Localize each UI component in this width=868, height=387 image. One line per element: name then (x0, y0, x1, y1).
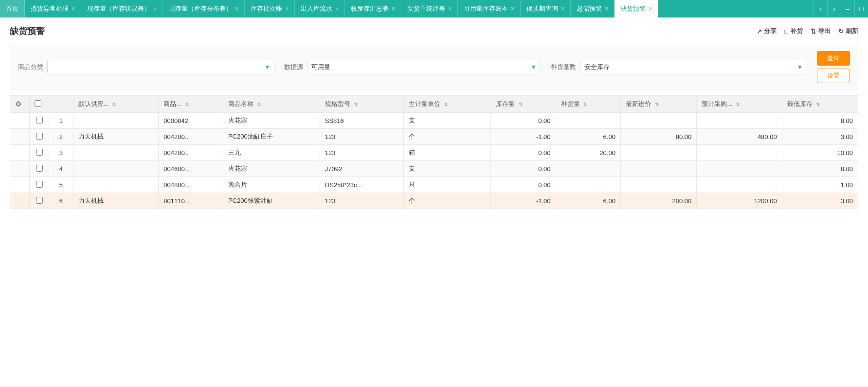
tab-minimize-btn[interactable]: ‒ (841, 0, 854, 18)
td-product-name-3: 火花塞 (223, 161, 320, 177)
td-supplier-2 (73, 145, 158, 161)
export-button[interactable]: ⇅ 导出 (811, 27, 831, 35)
tab-close-overstock[interactable]: × (605, 5, 608, 12)
table-row: 5 004800... 离合片 DS250*23c... 只 0.00 1.00 (10, 177, 858, 193)
gear-icon[interactable]: ⚙ (15, 100, 21, 108)
tab-expiry[interactable]: 保质期查询 × (521, 0, 571, 18)
tab-available[interactable]: 可用量库存账本 × (458, 0, 521, 18)
page-title: 缺货预警 (10, 25, 45, 37)
td-gear-0 (10, 113, 30, 129)
filter-row: 商品分类 ▼ 数据源 可用量 ▼ 补货基数 安全库存 ▼ 查询 设置 (10, 45, 858, 89)
th-min-stock[interactable]: 最低库存 ⇅ (782, 96, 858, 113)
td-latest-price-3 (620, 161, 696, 177)
tab-close-available[interactable]: × (511, 5, 514, 12)
refresh-button[interactable]: ↻ 刷新 (838, 27, 858, 35)
tab-stock-status[interactable]: 现存量（库存状况表） × (81, 0, 163, 18)
tab-prev-btn[interactable]: ‹ (814, 0, 827, 18)
tab-order-stat[interactable]: 要货单统计表 × (401, 0, 458, 18)
share-button[interactable]: ↗ 分享 (757, 27, 777, 35)
td-product-name-0: 火花塞 (223, 113, 320, 129)
replenish-base-select[interactable]: 安全库存 ▼ (580, 60, 807, 74)
td-latest-price-0 (620, 113, 696, 129)
td-unit-5: 个 (403, 193, 490, 209)
td-product-name-1: PC200油缸庄子 (223, 129, 320, 145)
select-all-checkbox[interactable] (35, 100, 41, 107)
td-spec-1: 123 (320, 129, 403, 145)
th-product-name[interactable]: 商品名称 ⇅ (223, 96, 320, 113)
category-select[interactable]: ▼ (47, 60, 274, 74)
row-checkbox-2[interactable] (36, 149, 43, 156)
td-product-name-4: 离合片 (223, 177, 320, 193)
table-row: 4 004600... 火花塞 J7092 支 0.00 8.00 (10, 161, 858, 177)
th-spec[interactable]: 规格型号 ⇅ (320, 96, 403, 113)
tab-recv-total[interactable]: 收发存汇总表 × (345, 0, 401, 18)
td-min-stock-1: 3.00 (782, 129, 858, 145)
td-spec-2: 123 (320, 145, 403, 161)
th-est-purchase[interactable]: 预计采购... ⇅ (697, 96, 782, 113)
th-latest-price[interactable]: 最新进价 ⇅ (620, 96, 696, 113)
table-row: 1 0000042 火花塞 SS816 支 0.00 8.00 (10, 113, 858, 129)
settings-button[interactable]: 设置 (817, 69, 850, 83)
datasource-select-value: 可用量 (311, 63, 330, 71)
td-replenish-3 (556, 161, 620, 177)
td-latest-price-4 (620, 177, 696, 193)
sort-stock-icon: ⇅ (519, 102, 523, 107)
th-check (30, 96, 49, 113)
query-button[interactable]: 查询 (817, 51, 850, 66)
td-stock-5: -1.00 (491, 193, 556, 209)
tab-shortage[interactable]: 缺货预警 × (615, 0, 658, 18)
table-row: 3 004200... 三九 123 箱 0.00 20.00 10.00 (10, 145, 858, 161)
row-checkbox-0[interactable] (36, 117, 43, 123)
data-table: ⚙ 默认供应... ⇅ 商品... ⇅ 商品名称 ⇅ (10, 95, 858, 209)
datasource-filter-group: 数据源 可用量 ▼ (284, 60, 541, 74)
datasource-select[interactable]: 可用量 ▼ (307, 60, 541, 74)
td-stock-0: 0.00 (491, 113, 556, 129)
td-num-3: 4 (49, 161, 73, 177)
td-product-code-5: 801110... (159, 193, 223, 209)
tab-next-btn[interactable]: › (827, 0, 841, 18)
row-checkbox-5[interactable] (36, 197, 43, 204)
th-replenish[interactable]: 补货量 ⇅ (556, 96, 620, 113)
tab-close-stock-status[interactable]: × (153, 5, 157, 12)
tab-abnormal[interactable]: 拣货异常处理 × (25, 0, 81, 18)
td-supplier-5: 力天机械 (73, 193, 158, 209)
td-latest-price-1: 80.00 (620, 129, 696, 145)
td-num-1: 2 (49, 129, 73, 145)
td-replenish-5: 6.00 (556, 193, 620, 209)
row-checkbox-1[interactable] (36, 133, 43, 140)
tab-batch-account[interactable]: 库存批次账 × (245, 0, 295, 18)
td-min-stock-2: 10.00 (782, 145, 858, 161)
td-unit-3: 支 (403, 161, 490, 177)
td-latest-price-5: 200.00 (620, 193, 696, 209)
row-checkbox-3[interactable] (36, 165, 43, 172)
th-stock[interactable]: 库存量 ⇅ (491, 96, 556, 113)
td-num-0: 1 (49, 113, 73, 129)
row-checkbox-4[interactable] (36, 181, 43, 188)
tab-inout-flow[interactable]: 出入库流水 × (295, 0, 345, 18)
tab-maximize-btn[interactable]: □ (854, 0, 868, 18)
page-title-row: 缺货预警 ↗ 分享 □ 补货 ⇅ 导出 ↻ 刷新 (10, 25, 858, 37)
td-check-5 (30, 193, 49, 209)
filter-actions: 查询 设置 (817, 51, 850, 83)
th-supplier[interactable]: 默认供应... ⇅ (73, 96, 158, 113)
tab-close-recv[interactable]: × (392, 5, 395, 12)
tab-close-expiry[interactable]: × (561, 5, 564, 12)
tab-home[interactable]: 首页 (0, 0, 25, 18)
tab-close-shortage[interactable]: × (649, 5, 652, 12)
tab-close-order[interactable]: × (448, 5, 452, 12)
replenish-button[interactable]: □ 补货 (784, 27, 803, 35)
tab-close-inout[interactable]: × (335, 5, 339, 12)
tab-stock-dist[interactable]: 现存量（库存分布表） × (163, 0, 245, 18)
tab-close-stock-dist[interactable]: × (235, 5, 238, 12)
category-filter-group: 商品分类 ▼ (18, 60, 274, 74)
td-unit-4: 只 (403, 177, 490, 193)
tab-close-batch[interactable]: × (285, 5, 289, 12)
td-product-code-2: 004200... (159, 145, 223, 161)
td-num-2: 3 (49, 145, 73, 161)
th-unit[interactable]: 主计量单位 ⇅ (403, 96, 490, 113)
refresh-icon: ↻ (838, 28, 844, 35)
table-header-row: ⚙ 默认供应... ⇅ 商品... ⇅ 商品名称 ⇅ (10, 96, 858, 113)
th-product-code[interactable]: 商品... ⇅ (159, 96, 223, 113)
tab-close-abnormal[interactable]: × (72, 5, 75, 12)
tab-overstock[interactable]: 超储预警 × (571, 0, 615, 18)
